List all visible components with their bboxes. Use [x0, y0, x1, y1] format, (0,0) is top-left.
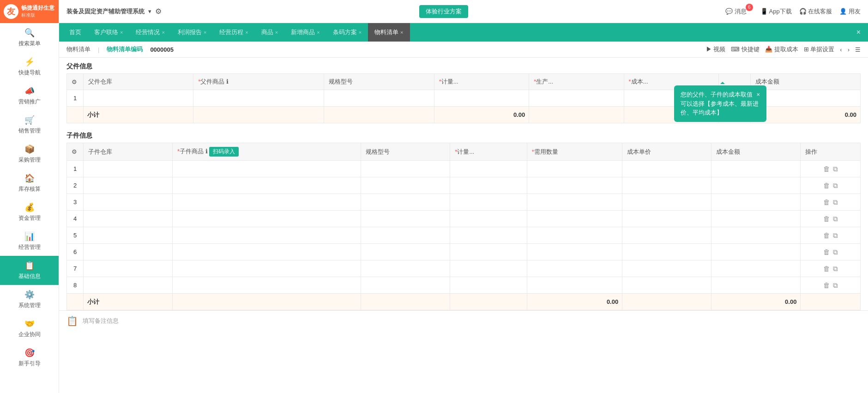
cell-goods[interactable]	[193, 90, 324, 107]
sidebar-item-basic[interactable]: 📋 基础信息	[0, 256, 59, 285]
tab-close-icon[interactable]: ×	[120, 30, 123, 35]
finance-icon: 💰	[24, 202, 35, 212]
cell-child-cost-amount	[711, 161, 801, 177]
sidebar-item-inventory[interactable]: 🏠 库存核算	[0, 169, 59, 198]
nav-next-icon[interactable]: ›	[848, 46, 850, 53]
tab-close-icon[interactable]: ×	[204, 30, 206, 35]
cell-warehouse[interactable]	[84, 90, 193, 107]
sidebar-item-marketing[interactable]: 📣 营销推广	[0, 81, 59, 110]
tab-label: 客户联络	[94, 28, 118, 36]
sidebar-item-quick[interactable]: ⚡ 快捷导航	[0, 52, 59, 81]
cell-action: 🗑⧉	[801, 194, 861, 211]
app-download[interactable]: 📱 App下载	[760, 7, 792, 16]
copy-icon[interactable]: ⧉	[833, 181, 838, 190]
copy-icon[interactable]: ⧉	[833, 265, 838, 273]
sidebar-item-operation[interactable]: 📊 经营管理	[0, 227, 59, 256]
delete-icon[interactable]: 🗑	[823, 181, 830, 190]
system-title: 装备及固定资产辅助管理系统	[66, 7, 145, 16]
cell-child-unit[interactable]	[450, 161, 527, 177]
tab-goods[interactable]: 商品 ×	[255, 23, 284, 42]
th-settings[interactable]: ⚙	[67, 74, 84, 90]
delete-icon[interactable]: 🗑	[823, 165, 830, 173]
scan-btn[interactable]: 扫码录入	[209, 147, 239, 157]
tab-close-icon[interactable]: ×	[162, 30, 164, 35]
delete-icon[interactable]: 🗑	[823, 265, 830, 273]
sidebar-logo: 友 畅捷通好生意 标准版	[0, 0, 59, 23]
cell-spec[interactable]	[324, 90, 434, 107]
cell-child-goods[interactable]	[173, 161, 361, 177]
row-num: 1	[67, 161, 84, 177]
copy-icon[interactable]: ⧉	[833, 281, 838, 290]
copy-icon[interactable]: ⧉	[833, 231, 838, 240]
th-child-unit-cost: 成本单价	[622, 143, 711, 161]
sidebar-item-sales[interactable]: 🛒 销售管理	[0, 110, 59, 139]
sidebar-item-purchase[interactable]: 📦 采购管理	[0, 139, 59, 169]
trial-btn[interactable]: 体验行业方案	[419, 5, 468, 18]
sidebar-item-label: 销售管理	[18, 127, 41, 135]
tooltip-box: × 您的父件、子件的成本取值可以选择【参考成本、最新进价、平均成本】	[674, 85, 766, 122]
tab-close-icon[interactable]: ×	[400, 30, 403, 35]
sidebar-item-search[interactable]: 🔍 搜索菜单	[0, 23, 59, 52]
row-num: 4	[67, 211, 84, 227]
delete-icon[interactable]: 🗑	[823, 215, 830, 223]
cell-production[interactable]	[529, 90, 624, 107]
th-production: *生产...	[529, 74, 624, 90]
cell-child-qty[interactable]	[527, 161, 622, 177]
tab-bom[interactable]: 物料清单 ×	[368, 23, 410, 42]
message-area[interactable]: 💬 消息 6	[725, 7, 753, 16]
note-hint[interactable]: 填写备注信息	[83, 317, 119, 325]
user-avatar[interactable]: 👤 用友	[839, 7, 861, 16]
video-btn[interactable]: ▶ 视频	[706, 45, 726, 54]
tab-customer[interactable]: 客户联络 ×	[88, 23, 129, 42]
th-child-qty: *需用数量	[527, 143, 622, 161]
tab-history[interactable]: 经营历程 ×	[213, 23, 254, 42]
online-service[interactable]: 🎧 在线客服	[799, 7, 832, 16]
delete-icon[interactable]: 🗑	[823, 281, 830, 290]
menu-icon[interactable]: ☰	[855, 46, 861, 53]
tab-close-icon[interactable]: ×	[275, 30, 278, 35]
tab-add-goods[interactable]: 新增商品 ×	[284, 23, 326, 42]
extract-cost-btn[interactable]: 📥 提取成本	[765, 45, 798, 54]
tab-label: 利润报告	[178, 28, 202, 36]
settings-icon[interactable]: ⚙	[155, 7, 162, 16]
shortcut-btn[interactable]: ⌨ 快捷键	[731, 45, 760, 54]
table-row: 4 🗑⧉	[67, 211, 861, 227]
breadcrumb-parent[interactable]: 物料清单	[66, 45, 90, 54]
tab-close-icon[interactable]: ×	[245, 30, 248, 35]
sidebar-item-label: 经营管理	[18, 243, 41, 251]
delete-icon[interactable]: 🗑	[823, 248, 830, 256]
message-label: 消息	[735, 8, 747, 15]
copy-icon[interactable]: ⧉	[833, 165, 838, 173]
tooltip-close-icon[interactable]: ×	[756, 90, 760, 99]
nav-prev-icon[interactable]: ‹	[840, 46, 842, 53]
header-right: 💬 消息 6 📱 App下载 🎧 在线客服 👤 用友	[725, 7, 861, 16]
header-left: 装备及固定资产辅助管理系统 ▾ ⚙	[66, 7, 162, 16]
tooltip-text: 您的父件、子件的成本取值可以选择【参考成本、最新进价、平均成本】	[681, 91, 759, 116]
breadcrumb-current[interactable]: 物料清单编码	[107, 45, 143, 54]
cell-child-spec[interactable]	[361, 161, 450, 177]
copy-icon[interactable]: ⧉	[833, 198, 838, 206]
sidebar-item-guide[interactable]: 🎯 新手引导	[0, 343, 59, 372]
th-child-settings[interactable]: ⚙	[67, 143, 84, 161]
dropdown-arrow-icon[interactable]: ▾	[148, 8, 151, 15]
cell-child-unit-cost[interactable]	[622, 161, 711, 177]
sidebar-item-system[interactable]: ⚙️ 系统管理	[0, 285, 59, 314]
sidebar-item-finance[interactable]: 💰 资金管理	[0, 198, 59, 227]
tab-close-icon[interactable]: ×	[359, 30, 362, 35]
tab-home[interactable]: 首页	[63, 23, 88, 42]
subtotal-label: 小计	[84, 107, 193, 123]
cell-child-warehouse[interactable]	[84, 161, 173, 177]
tab-barcode[interactable]: 条码方案 ×	[326, 23, 368, 42]
close-all-tabs-icon[interactable]: ×	[853, 28, 864, 36]
delete-icon[interactable]: 🗑	[823, 231, 830, 240]
sidebar-item-collab[interactable]: 🤝 企业协同	[0, 314, 59, 343]
delete-icon[interactable]: 🗑	[823, 198, 830, 206]
tab-close-icon[interactable]: ×	[317, 30, 319, 35]
main-area: 装备及固定资产辅助管理系统 ▾ ⚙ 体验行业方案 💬 消息 6 📱 App下载 …	[59, 0, 868, 393]
copy-icon[interactable]: ⧉	[833, 248, 838, 256]
tab-profit[interactable]: 利润报告 ×	[171, 23, 213, 42]
tab-operation[interactable]: 经营情况 ×	[129, 23, 171, 42]
cell-unit[interactable]	[434, 90, 529, 107]
copy-icon[interactable]: ⧉	[833, 215, 838, 223]
doc-settings-btn[interactable]: ⊞ 单据设置	[804, 45, 835, 54]
